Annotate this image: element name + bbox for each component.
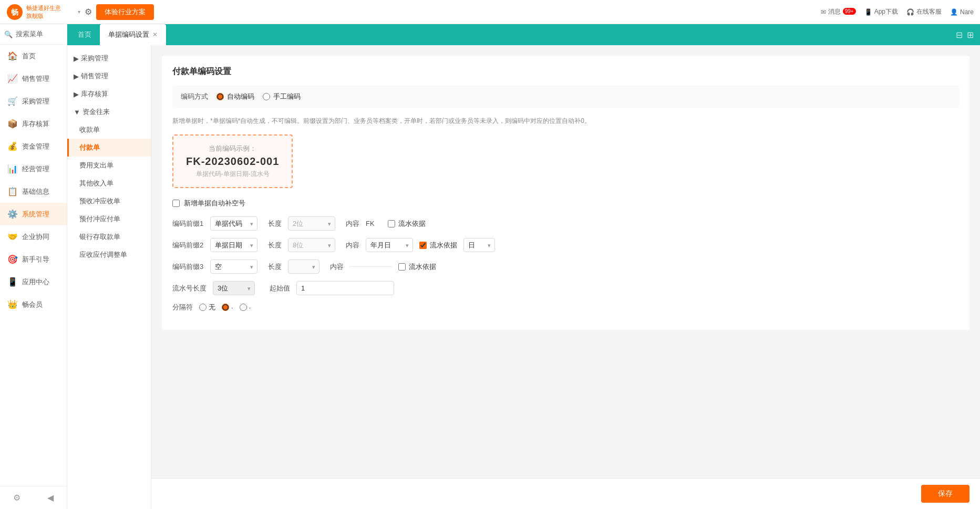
prefix2-select-wrapper: 单据日期 <box>210 238 257 252</box>
dropdown-arrow-icon[interactable]: ▾ <box>78 9 80 15</box>
sidebar-item-inventory[interactable]: 📦 库存核算 <box>0 112 67 135</box>
sec-group-inventory[interactable]: ▶ 库存核算 <box>67 85 151 103</box>
message-button[interactable]: ✉ 消息 99+ <box>821 7 856 16</box>
sec-sub-prepayment[interactable]: 预付冲应付单 <box>67 210 151 228</box>
prefix3-length-select[interactable] <box>288 259 319 274</box>
prefix1-stream-checkbox[interactable]: 流水依据 <box>388 219 426 228</box>
prefix2-stream-select-wrapper: 日 <box>463 238 495 252</box>
auto-encode-option[interactable]: 自动编码 <box>216 92 254 101</box>
content-area: 首页 单据编码设置 ✕ ⊟ ⊞ ▶ 采购管理 ▶ 销售管理 <box>67 24 980 509</box>
save-button[interactable]: 保存 <box>921 485 969 503</box>
sep-dot-option[interactable]: · <box>222 304 233 311</box>
flow-row: 流水号长度 3位 起始值 <box>172 281 959 295</box>
app-icon: 📱 <box>864 8 872 16</box>
sidebar-item-appstore[interactable]: 📱 应用中心 <box>0 271 67 293</box>
prefix3-select[interactable]: 空 <box>210 259 257 274</box>
prefix1-stream-input[interactable] <box>388 220 395 227</box>
prefix1-select[interactable]: 单据代码 <box>210 216 257 231</box>
enterprise-icon: 🤝 <box>7 232 18 242</box>
sep-dash-radio[interactable] <box>240 304 247 311</box>
sep-none-option[interactable]: 无 <box>199 303 215 312</box>
trial-button[interactable]: 体验行业方案 <box>96 4 154 20</box>
manual-encode-option[interactable]: 手工编码 <box>263 92 301 101</box>
sec-sub-prereceipt[interactable]: 预收冲应收单 <box>67 192 151 210</box>
sec-group-capital[interactable]: ▼ 资金往来 <box>67 103 151 121</box>
encoding-method-row: 编码方式 自动编码 手工编码 <box>172 86 959 108</box>
main-layout: 🔍 搜索菜单 🏠 首页 📈 销售管理 🛒 采购管理 📦 库存核算 💰 资金管理 … <box>0 24 980 509</box>
prefix1-length-select[interactable]: 2位 <box>288 216 335 231</box>
message-icon: ✉ <box>821 8 826 16</box>
sec-group-sales[interactable]: ▶ 销售管理 <box>67 67 151 85</box>
sidebar-item-member[interactable]: 👑 畅会员 <box>0 293 67 316</box>
sep-dash-option[interactable]: · <box>240 304 251 311</box>
page-title: 付款单编码设置 <box>172 66 959 77</box>
tab-expand-icon[interactable]: ⊞ <box>967 30 974 40</box>
prefix2-content-select[interactable]: 年月日 <box>366 238 413 252</box>
settings-bottom-btn[interactable]: ⚙ <box>9 491 25 505</box>
sidebar-item-purchase[interactable]: 🛒 采购管理 <box>0 90 67 112</box>
start-label: 起始值 <box>270 284 290 293</box>
prefix1-content-label: 内容 <box>346 219 359 228</box>
prefix2-select[interactable]: 单据日期 <box>210 238 257 252</box>
online-service-button[interactable]: 🎧 在线客服 <box>906 7 942 16</box>
sec-sub-receipt[interactable]: 收款单 <box>67 121 151 139</box>
sec-sub-payment[interactable]: 付款单 <box>67 139 151 157</box>
prefix3-stream-input[interactable] <box>398 263 406 271</box>
prefix2-stream-input[interactable] <box>419 242 427 249</box>
prefix3-stream-checkbox[interactable]: 流水依据 <box>398 262 436 272</box>
preview-label: 当前编码示例： <box>186 144 279 153</box>
sidebar: 🔍 搜索菜单 🏠 首页 📈 销售管理 🛒 采购管理 📦 库存核算 💰 资金管理 … <box>0 24 67 509</box>
sidebar-item-finance[interactable]: 💰 资金管理 <box>0 135 67 158</box>
manual-encode-radio[interactable] <box>263 93 270 100</box>
sidebar-item-basic[interactable]: 📋 基础信息 <box>0 180 67 203</box>
user-account[interactable]: 👤 Nare <box>950 8 974 16</box>
prefix3-content-label: 内容 <box>330 262 344 272</box>
separator-options: 无 · · <box>199 303 251 312</box>
sidebar-item-guide[interactable]: 🎯 新手引导 <box>0 248 67 271</box>
sec-sub-bank[interactable]: 银行存取款单 <box>67 228 151 246</box>
top-nav-left: 畅 畅捷通好生意 旗舰版 ▾ ⚙ 体验行业方案 <box>6 4 817 20</box>
tab-code-settings[interactable]: 单据编码设置 ✕ <box>100 24 166 45</box>
prefix2-length-select[interactable]: 8位 <box>288 238 335 252</box>
tab-minimize-icon[interactable]: ⊟ <box>956 30 963 40</box>
tab-bar: 首页 单据编码设置 ✕ ⊟ ⊞ <box>67 24 980 45</box>
finance-icon: 💰 <box>7 141 18 151</box>
preview-box: 当前编码示例： FK-20230602-001 单据代码-单据日期-流水号 <box>172 134 293 188</box>
sidebar-item-system[interactable]: ⚙️ 系统管理 <box>0 203 67 225</box>
sec-sub-expense[interactable]: 费用支出单 <box>67 157 151 174</box>
user-avatar: 👤 <box>950 8 958 16</box>
preview-desc: 单据代码-单据日期-流水号 <box>186 170 279 179</box>
tab-bar-right: ⊟ ⊞ <box>956 30 978 40</box>
separator-label: 分隔符 <box>172 303 193 312</box>
flow-length-select[interactable]: 3位 <box>213 281 255 295</box>
inventory-arrow-icon: ▶ <box>74 90 79 98</box>
tab-home[interactable]: 首页 <box>69 24 100 45</box>
settings-icon[interactable]: ⚙ <box>85 7 92 17</box>
sidebar-item-sales[interactable]: 📈 销售管理 <box>0 67 67 90</box>
sep-dot-radio[interactable] <box>222 304 229 311</box>
config-row-2: 编码前缀2 单据日期 长度 8位 <box>172 238 959 252</box>
app-download-button[interactable]: 📱 App下载 <box>864 7 898 16</box>
prefix2-stream-checkbox[interactable]: 流水依据 <box>419 241 457 250</box>
sec-sub-other-income[interactable]: 其他收入单 <box>67 174 151 192</box>
auto-fill-checkbox[interactable] <box>172 200 180 207</box>
prefix1-label: 编码前缀1 <box>172 219 204 228</box>
sep-none-radio[interactable] <box>199 304 207 311</box>
prefix2-stream-select[interactable]: 日 <box>463 238 495 252</box>
sidebar-search[interactable]: 🔍 搜索菜单 <box>0 24 67 45</box>
sidebar-item-management[interactable]: 📊 经营管理 <box>0 158 67 180</box>
purchase-arrow-icon: ▶ <box>74 55 79 63</box>
collapse-btn[interactable]: ◀ <box>43 491 58 505</box>
prefix3-label: 编码前缀3 <box>172 262 204 272</box>
tab-close-icon[interactable]: ✕ <box>152 31 158 38</box>
management-icon: 📊 <box>7 164 18 174</box>
sidebar-item-enterprise[interactable]: 🤝 企业协同 <box>0 225 67 248</box>
auto-encode-radio[interactable] <box>216 93 224 100</box>
start-input[interactable] <box>296 281 394 295</box>
sidebar-item-home[interactable]: 🏠 首页 <box>0 45 67 67</box>
sec-group-purchase[interactable]: ▶ 采购管理 <box>67 49 151 67</box>
inventory-icon: 📦 <box>7 119 18 129</box>
sec-sub-adjust[interactable]: 应收应付调整单 <box>67 246 151 264</box>
top-nav: 畅 畅捷通好生意 旗舰版 ▾ ⚙ 体验行业方案 ✉ 消息 99+ 📱 App下载… <box>0 0 980 24</box>
search-icon: 🔍 <box>4 30 13 38</box>
